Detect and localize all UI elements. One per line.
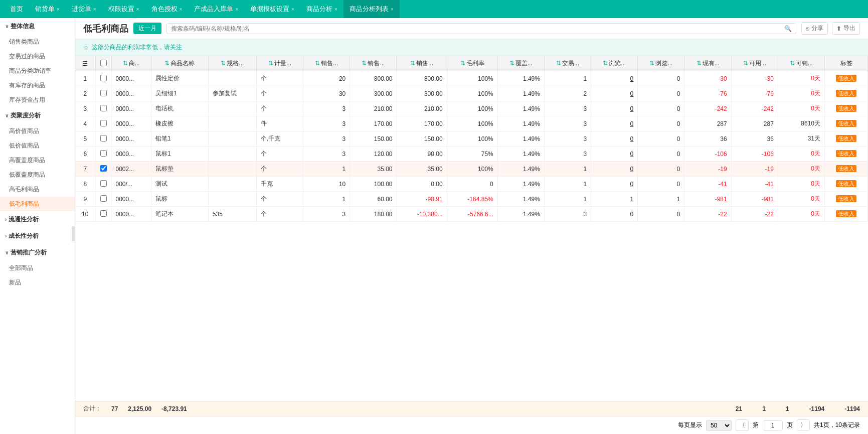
sidebar-item-all-products[interactable]: 全部商品 bbox=[0, 261, 75, 275]
td-name[interactable]: 铅笔1 bbox=[151, 131, 208, 147]
td-name[interactable]: 鼠标垫 bbox=[151, 162, 208, 177]
td-name[interactable]: 电话机 bbox=[151, 101, 208, 116]
th-code[interactable]: ⇅商... bbox=[111, 56, 151, 71]
td-browse-uv[interactable]: 0 bbox=[591, 101, 638, 116]
sidebar-item-high-margin[interactable]: 高毛利商品 bbox=[0, 182, 75, 197]
sidebar-item-low-coverage[interactable]: 低覆盖度商品 bbox=[0, 168, 75, 182]
sidebar-item-category-rate[interactable]: 商品分类助销率 bbox=[0, 64, 75, 78]
td-browse-uv[interactable]: 0 bbox=[591, 162, 638, 177]
td-name[interactable]: 橡皮擦 bbox=[151, 116, 208, 131]
sidebar-item-high-coverage[interactable]: 高覆盖度商品 bbox=[0, 153, 75, 168]
row-checkbox[interactable] bbox=[100, 150, 107, 157]
page-input[interactable] bbox=[763, 420, 783, 430]
td-check[interactable] bbox=[95, 147, 111, 162]
td-browse-uv[interactable]: 1 bbox=[591, 192, 638, 207]
row-checkbox[interactable] bbox=[100, 210, 107, 217]
sidebar-item-low-margin[interactable]: 低毛利商品 bbox=[0, 197, 75, 211]
sidebar-item-low-value[interactable]: 低价值商品 bbox=[0, 138, 75, 153]
th-sales-profit[interactable]: ⇅销售... bbox=[397, 56, 447, 71]
row-checkbox[interactable] bbox=[100, 75, 107, 81]
sidebar-collapse-button[interactable]: 《 bbox=[72, 226, 75, 241]
close-analysis-list-icon[interactable]: × bbox=[391, 7, 394, 12]
td-check[interactable] bbox=[95, 101, 111, 116]
search-input[interactable] bbox=[171, 25, 784, 32]
th-stock[interactable]: ⇅现有... bbox=[684, 56, 731, 71]
td-name[interactable]: 鼠标1 bbox=[151, 147, 208, 162]
td-browse-uv[interactable]: 0 bbox=[591, 71, 638, 86]
close-purchase-icon[interactable]: × bbox=[93, 7, 96, 12]
search-icon[interactable]: 🔍 bbox=[784, 25, 792, 32]
td-check[interactable] bbox=[95, 162, 111, 177]
per-page-select[interactable]: 50 20 100 bbox=[706, 420, 732, 431]
sidebar-item-high-value[interactable]: 高价值商品 bbox=[0, 124, 75, 138]
td-check[interactable] bbox=[95, 177, 111, 192]
th-trade-count[interactable]: ⇅交易... bbox=[544, 56, 591, 71]
td-name[interactable]: 吴细细1 bbox=[151, 86, 208, 101]
td-check[interactable] bbox=[95, 192, 111, 207]
row-checkbox[interactable] bbox=[100, 120, 107, 126]
nav-role[interactable]: 角色授权 × bbox=[145, 0, 189, 18]
close-analysis-icon[interactable]: × bbox=[334, 7, 337, 12]
sidebar-section-overall[interactable]: ∨ 整体信息 bbox=[0, 18, 75, 35]
time-filter-button[interactable]: 近一月 bbox=[133, 23, 161, 34]
row-checkbox[interactable] bbox=[100, 195, 107, 202]
nav-purchase[interactable]: 进货单 × bbox=[66, 0, 102, 18]
td-browse-uv[interactable]: 0 bbox=[591, 207, 638, 222]
close-role-icon[interactable]: × bbox=[180, 7, 183, 12]
th-saleable[interactable]: ⇅可销... bbox=[778, 56, 824, 71]
td-check[interactable] bbox=[95, 116, 111, 131]
close-sales-icon[interactable]: × bbox=[57, 7, 60, 12]
sidebar-section-cluster[interactable]: ∨ 类聚度分析 bbox=[0, 107, 75, 124]
td-browse-uv[interactable]: 0 bbox=[591, 86, 638, 101]
td-check[interactable] bbox=[95, 86, 111, 101]
th-available[interactable]: ⇅可用... bbox=[731, 56, 778, 71]
td-name[interactable]: 属性定价 bbox=[151, 71, 208, 86]
row-checkbox[interactable] bbox=[100, 135, 107, 141]
td-name[interactable]: 测试 bbox=[151, 177, 208, 192]
td-browse-uv[interactable]: 0 bbox=[591, 147, 638, 162]
th-settings[interactable]: ☰ bbox=[75, 56, 95, 71]
table-container[interactable]: ☰ ⇅商... ⇅商品名称 ⇅规格... ⇅计量... ⇅销售... ⇅销售..… bbox=[75, 56, 868, 401]
td-browse-uv[interactable]: 0 bbox=[591, 116, 638, 131]
td-browse-uv[interactable]: 0 bbox=[591, 131, 638, 147]
next-page-button[interactable]: 〉 bbox=[797, 419, 810, 431]
nav-analysis-list[interactable]: 商品分析列表 × bbox=[343, 0, 400, 18]
select-all-checkbox[interactable] bbox=[100, 60, 107, 66]
share-button[interactable]: ⎋ 分享 bbox=[801, 22, 828, 35]
th-sales-amt[interactable]: ⇅销售... bbox=[350, 56, 397, 71]
row-checkbox[interactable] bbox=[100, 90, 107, 96]
sidebar-section-growth[interactable]: › 成长性分析 bbox=[0, 228, 75, 244]
th-browse-pv[interactable]: ⇅浏览... bbox=[638, 56, 684, 71]
close-product-entry-icon[interactable]: × bbox=[235, 7, 238, 12]
nav-permission[interactable]: 权限设置 × bbox=[102, 0, 145, 18]
th-spec[interactable]: ⇅规格... bbox=[208, 56, 256, 71]
sidebar-item-in-stock[interactable]: 有库存的商品 bbox=[0, 78, 75, 93]
th-browse-uv[interactable]: ⇅浏览... bbox=[591, 56, 638, 71]
sidebar-section-liquidity[interactable]: › 流通性分析 bbox=[0, 211, 75, 228]
nav-template[interactable]: 单据模板设置 × bbox=[244, 0, 300, 18]
close-template-icon[interactable]: × bbox=[291, 7, 294, 12]
th-name[interactable]: ⇅商品名称 bbox=[151, 56, 208, 71]
export-button[interactable]: ⬆ 导出 bbox=[832, 22, 860, 35]
row-checkbox[interactable] bbox=[100, 180, 107, 187]
th-coverage[interactable]: ⇅覆盖... bbox=[497, 56, 544, 71]
td-name[interactable]: 鼠标 bbox=[151, 192, 208, 207]
nav-home[interactable]: 首页 bbox=[4, 0, 29, 18]
th-checkbox[interactable] bbox=[95, 56, 111, 71]
sidebar-item-sales-products[interactable]: 销售类商品 bbox=[0, 35, 75, 49]
nav-product-entry[interactable]: 产成品入库单 × bbox=[188, 0, 244, 18]
td-check[interactable] bbox=[95, 131, 111, 147]
close-permission-icon[interactable]: × bbox=[136, 7, 139, 12]
sidebar-item-new-products[interactable]: 新品 bbox=[0, 275, 75, 290]
th-unit[interactable]: ⇅计量... bbox=[256, 56, 303, 71]
sidebar-item-capital[interactable]: 库存资金占用 bbox=[0, 93, 75, 107]
sidebar-item-traded[interactable]: 交易过的商品 bbox=[0, 49, 75, 64]
td-check[interactable] bbox=[95, 71, 111, 86]
nav-sales[interactable]: 销货单 × bbox=[29, 0, 66, 18]
th-sales-qty[interactable]: ⇅销售... bbox=[303, 56, 350, 71]
prev-page-button[interactable]: 〈 bbox=[736, 419, 749, 431]
nav-analysis[interactable]: 商品分析 × bbox=[300, 0, 343, 18]
td-name[interactable]: 笔记本 bbox=[151, 207, 208, 222]
sidebar-section-marketing[interactable]: ∨ 营销推广分析 bbox=[0, 244, 75, 261]
td-check[interactable] bbox=[95, 207, 111, 222]
